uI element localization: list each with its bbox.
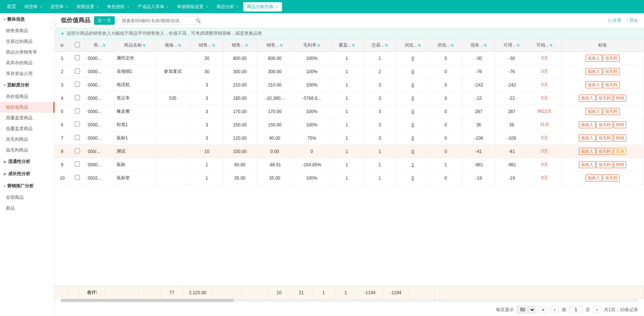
export-button[interactable]: ↑ 导出 bbox=[626, 17, 638, 24]
row-select-checkbox[interactable] bbox=[75, 175, 80, 180]
browse-link[interactable]: 0 bbox=[412, 136, 414, 141]
row-browse1[interactable]: 0 bbox=[396, 132, 429, 145]
row-browse1[interactable]: 0 bbox=[396, 145, 429, 158]
sidebar-item-low-coverage[interactable]: 低覆盖度商品 bbox=[0, 123, 54, 134]
row-browse1[interactable]: 0 bbox=[396, 105, 429, 118]
share-button[interactable]: ⬡ 分享 bbox=[608, 17, 621, 24]
sidebar-item-traded[interactable]: 交易过的商品 bbox=[0, 36, 54, 47]
sidebar-item-all-products[interactable]: 全部商品 bbox=[0, 192, 54, 203]
col-spec[interactable]: 规格...⇅ bbox=[155, 39, 190, 52]
row-select-checkbox[interactable] bbox=[75, 82, 80, 87]
nav-close-active-icon[interactable]: × bbox=[276, 4, 278, 9]
sidebar-item-stock-capital[interactable]: 库存资金占用 bbox=[0, 68, 54, 79]
row-select-checkbox[interactable] bbox=[75, 162, 80, 167]
settings-icon[interactable]: ⚙ bbox=[60, 43, 64, 48]
browse-link[interactable]: 0 bbox=[412, 56, 414, 61]
row-browse1[interactable]: 1 bbox=[396, 158, 429, 171]
nav-template[interactable]: 单据模板设置 × bbox=[173, 2, 212, 11]
sidebar-item-high-stock[interactable]: 高库存的商品 bbox=[0, 58, 54, 68]
nav-purchase[interactable]: 进货单 × bbox=[47, 2, 72, 11]
nav-close-icon[interactable]: × bbox=[66, 4, 68, 9]
row-checkbox[interactable] bbox=[70, 105, 85, 118]
sidebar-item-sales-products[interactable]: 销售类商品 bbox=[0, 26, 54, 36]
row-browse1[interactable]: 0 bbox=[396, 52, 429, 65]
sidebar-collapse-button[interactable]: 《 bbox=[50, 22, 58, 30]
nav-permission[interactable]: 权限设置 × bbox=[73, 2, 103, 11]
col-name[interactable]: 商品名称⇅ bbox=[114, 39, 155, 52]
nav-close-icon[interactable]: × bbox=[206, 4, 208, 9]
row-checkbox[interactable] bbox=[70, 118, 85, 132]
nav-close-icon[interactable]: × bbox=[127, 4, 129, 9]
row-checkbox[interactable] bbox=[70, 92, 85, 105]
col-sale-price[interactable]: 销售...⇅ bbox=[223, 39, 256, 52]
sidebar-item-new-products[interactable]: 新品 bbox=[0, 203, 54, 214]
sidebar-section-overview[interactable]: ▾ 整体信息 bbox=[0, 13, 54, 26]
sidebar-item-high-profit[interactable]: 高毛利商品 bbox=[0, 134, 54, 145]
nav-product-list[interactable]: 商品分析列表 × bbox=[243, 2, 282, 11]
browse-link[interactable]: 0 bbox=[412, 96, 414, 101]
row-browse1[interactable]: 0 bbox=[396, 118, 429, 132]
page-size-select[interactable]: 50 100 bbox=[517, 306, 536, 314]
row-select-checkbox[interactable] bbox=[75, 135, 80, 140]
nav-close-icon[interactable]: × bbox=[97, 4, 99, 9]
row-select-checkbox[interactable] bbox=[75, 108, 80, 113]
sidebar-item-low-value[interactable]: 低价值商品 bbox=[0, 102, 54, 113]
row-browse1[interactable]: 0 bbox=[396, 171, 429, 185]
col-settings[interactable]: ⚙ bbox=[55, 39, 70, 52]
row-browse1[interactable]: 0 bbox=[396, 92, 429, 105]
browse-link[interactable]: 0 bbox=[412, 109, 414, 114]
select-all-checkbox[interactable] bbox=[75, 42, 80, 47]
sidebar-section-contribution[interactable]: ▾ 贡献度分析 bbox=[0, 79, 54, 91]
row-select-checkbox[interactable] bbox=[75, 148, 80, 153]
row-select-checkbox[interactable] bbox=[75, 68, 80, 74]
row-checkbox[interactable] bbox=[70, 132, 85, 145]
first-page-button[interactable]: « bbox=[539, 306, 548, 313]
sidebar-section-marketing[interactable]: ▾ 营销推广分析 bbox=[0, 180, 54, 192]
search-icon[interactable]: 🔍 bbox=[195, 18, 201, 23]
col-sale-amount[interactable]: 销售...⇅ bbox=[256, 39, 294, 52]
scrollbar-thumb[interactable] bbox=[61, 299, 234, 302]
col-sale-qty[interactable]: 销售...⇅ bbox=[190, 39, 223, 52]
col-trade-count[interactable]: 交易...⇅ bbox=[363, 39, 396, 52]
sidebar-item-high-value[interactable]: 高价值商品 bbox=[0, 91, 54, 102]
row-select-checkbox[interactable] bbox=[75, 122, 80, 127]
row-select-checkbox[interactable] bbox=[75, 95, 80, 100]
browse-link[interactable]: 0 bbox=[412, 122, 414, 128]
col-browse1[interactable]: 浏览...⇅ bbox=[396, 39, 429, 52]
sidebar-item-high-coverage[interactable]: 高覆盖度商品 bbox=[0, 113, 54, 123]
sidebar-section-circulation[interactable]: ▶ 流通性分析 bbox=[0, 156, 54, 168]
next-page-button[interactable]: › bbox=[593, 306, 601, 313]
row-browse1[interactable]: 0 bbox=[396, 65, 429, 78]
row-checkbox[interactable] bbox=[70, 65, 85, 78]
nav-home[interactable]: 首页 bbox=[3, 2, 20, 11]
browse-link[interactable]: 0 bbox=[412, 82, 414, 88]
row-checkbox[interactable] bbox=[70, 171, 85, 185]
horizontal-scrollbar[interactable] bbox=[61, 299, 638, 302]
col-gross-margin[interactable]: 毛利率⇅ bbox=[293, 39, 331, 52]
sidebar-item-low-profit[interactable]: 低毛利商品 bbox=[0, 145, 54, 156]
col-current-stock[interactable]: 现有...⇅ bbox=[462, 39, 495, 52]
browse-link[interactable]: 0 bbox=[412, 149, 414, 154]
row-select-checkbox[interactable] bbox=[75, 55, 80, 60]
col-coverage[interactable]: 覆盖...⇅ bbox=[331, 39, 363, 52]
col-browse2[interactable]: 浏览...⇅ bbox=[429, 39, 462, 52]
row-checkbox[interactable] bbox=[70, 145, 85, 158]
sidebar-section-growth[interactable]: ▶ 成长性分析 bbox=[0, 168, 54, 180]
col-usable-stock[interactable]: 可用...⇅ bbox=[495, 39, 528, 52]
sidebar-item-category-rate[interactable]: 商品分类销售率 bbox=[0, 47, 54, 58]
nav-product-in[interactable]: 产成品入库单 × bbox=[134, 2, 172, 11]
nav-product-analysis[interactable]: 商品分析 × bbox=[213, 2, 242, 11]
nav-sales[interactable]: 销货单 × bbox=[21, 2, 46, 11]
browse-link[interactable]: 0 bbox=[412, 176, 414, 181]
row-browse1[interactable]: 0 bbox=[396, 78, 429, 92]
nav-role[interactable]: 角色授权 × bbox=[103, 2, 133, 11]
nav-close-icon[interactable]: × bbox=[237, 4, 239, 9]
page-number-input[interactable] bbox=[569, 306, 583, 313]
col-sellable[interactable]: 可销...⇅ bbox=[528, 39, 561, 52]
browse-link[interactable]: 1 bbox=[412, 162, 414, 167]
browse-link[interactable]: 0 bbox=[412, 69, 414, 74]
time-filter-button[interactable]: 近一月 bbox=[94, 16, 115, 25]
prev-page-button[interactable]: ‹ bbox=[551, 306, 559, 313]
nav-close-icon[interactable]: × bbox=[167, 4, 169, 9]
col-code[interactable]: 商...⇅ bbox=[85, 39, 114, 52]
